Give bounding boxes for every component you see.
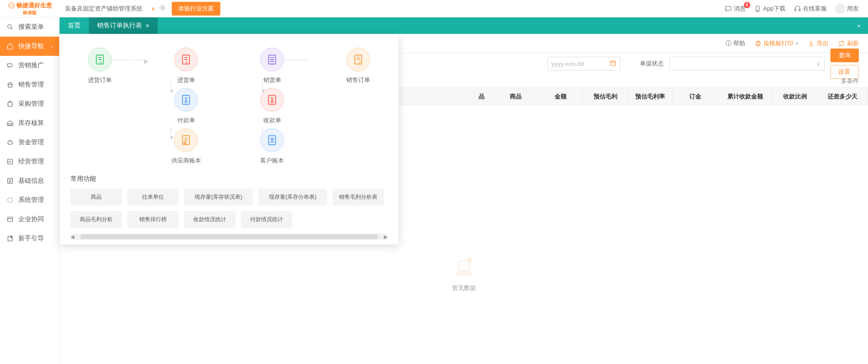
common-functions: 商品 往来单位 现存量(库存状况表) 现存量(库存分布表) 销售毛利分析表 商品…: [71, 189, 388, 228]
sidebar-item-system[interactable]: 系统管理: [0, 190, 59, 210]
brand-edition: 标准版: [23, 10, 37, 16]
chart-icon: [6, 158, 14, 165]
flow-label: 供应商账本: [171, 157, 201, 165]
sidebar-item-label: 库存核算: [18, 119, 44, 127]
tab-sales-order-report[interactable]: 销售订单执行表 ×: [89, 17, 158, 34]
fn-contacts[interactable]: 往来单位: [127, 189, 179, 206]
sidebar-item-quicknav[interactable]: 快捷导航 ›: [0, 37, 59, 56]
th-days-left[interactable]: 还差多少天: [818, 88, 868, 105]
chevron-down-icon: ∨: [816, 60, 821, 67]
fn-product[interactable]: 商品: [71, 189, 122, 206]
search-button[interactable]: 查询: [830, 49, 859, 62]
brand-logo[interactable]: 畅捷通好生意 标准版: [0, 1, 60, 16]
refresh-button[interactable]: 刷新: [838, 39, 859, 48]
th-amount[interactable]: 金额: [538, 88, 583, 105]
svg-point-33: [271, 138, 273, 140]
sidebar-item-label: 经营管理: [18, 158, 44, 166]
sidebar-item-inventory[interactable]: 库存核算: [0, 114, 59, 133]
fn-payment-stats[interactable]: 付款情况统计: [241, 211, 292, 228]
warehouse-icon: [6, 120, 14, 127]
th-total-received[interactable]: 累计收款金额: [718, 88, 773, 105]
customer-ledger-icon: [260, 128, 284, 152]
messages-link[interactable]: 消息 6: [725, 5, 746, 13]
refresh-label: 刷新: [847, 39, 859, 48]
svg-rect-21: [611, 61, 616, 65]
tab-home[interactable]: 首页: [60, 17, 89, 34]
sidebar-item-label: 采购管理: [18, 100, 44, 108]
scrollbar-track[interactable]: [81, 234, 377, 239]
date-to-placeholder: yyyy-mm-dd: [551, 60, 584, 67]
flow-label: 进货订单: [88, 76, 112, 84]
sidebar-item-funds[interactable]: 资金管理: [0, 133, 59, 152]
sidebar-item-label: 营销推广: [18, 61, 44, 70]
flow-node-customer-ledger[interactable]: 客户账本: [243, 128, 301, 165]
more-conditions-toggle[interactable]: 多条件: [841, 77, 859, 85]
app-download-link[interactable]: App下载: [754, 5, 786, 13]
header-right: 消息 6 App下载 在线客服 用友: [725, 4, 868, 14]
sidebar-item-purchase[interactable]: 采购管理: [0, 94, 59, 114]
search-menu[interactable]: 搜索菜单: [0, 17, 59, 37]
svg-point-1: [162, 7, 164, 9]
th-receipt-ratio[interactable]: 收款比例: [773, 88, 818, 105]
th-deposit[interactable]: 订金: [673, 88, 718, 105]
flow-node-purchase-bill[interactable]: 进货单: [157, 48, 215, 84]
sidebar-item-sales[interactable]: 销售管理: [0, 75, 59, 94]
flow-node-supplier-ledger[interactable]: 供应商账本: [157, 128, 215, 165]
purchase-bill-icon: [174, 48, 198, 71]
guide-icon: [6, 235, 14, 242]
export-button[interactable]: 导出: [808, 39, 829, 48]
export-label: 导出: [817, 39, 829, 48]
flow-label: 客户账本: [260, 157, 284, 165]
refresh-icon: [838, 40, 845, 47]
close-all-tabs[interactable]: ×: [850, 17, 868, 34]
help-link[interactable]: ⓘ 帮助: [726, 39, 745, 48]
close-tab-icon[interactable]: ×: [146, 22, 149, 29]
svg-rect-10: [8, 103, 12, 107]
fn-stock-dist[interactable]: 现存量(库存分布表): [258, 189, 327, 206]
print-button[interactable]: 按模板打印 ∨: [754, 39, 798, 48]
no-data-text: 暂无数据: [60, 284, 868, 292]
home-icon: [6, 43, 14, 50]
date-to-input[interactable]: yyyy-mm-dd: [547, 57, 621, 71]
sidebar-item-marketing[interactable]: 营销推广: [0, 56, 59, 75]
svg-rect-2: [726, 6, 731, 10]
brand-name: 畅捷通好生意: [16, 1, 52, 10]
user-menu[interactable]: 用友: [835, 4, 859, 14]
flow-label: 销货单: [263, 76, 281, 84]
fn-stock-status[interactable]: 现存量(库存状况表): [184, 189, 253, 206]
flow-node-payment-bill[interactable]: 付款单: [157, 88, 215, 125]
sidebar-item-collab[interactable]: 企业协同: [0, 210, 59, 229]
svg-rect-5: [795, 9, 796, 11]
flow-node-sales-bill[interactable]: 销货单: [243, 48, 301, 84]
status-select[interactable]: ∨: [669, 57, 825, 71]
scroll-right-icon[interactable]: ▶: [384, 234, 388, 240]
th-product-partial[interactable]: 品: [470, 88, 493, 105]
th-est-profit[interactable]: 预估毛利: [583, 88, 628, 105]
th-est-margin[interactable]: 预估毛利率: [628, 88, 673, 105]
fn-sales-profit[interactable]: 销售毛利分析表: [333, 189, 384, 206]
flow-node-sales-order[interactable]: 销售订单: [329, 48, 388, 84]
sidebar-item-guide[interactable]: 新手引导: [0, 229, 59, 248]
flow-node-purchase-order[interactable]: 进货订单: [71, 48, 129, 84]
flow-node-receipt-bill[interactable]: 收款单: [243, 88, 301, 125]
sidebar-item-operation[interactable]: 经营管理: [0, 152, 59, 171]
flow-arrow: ▼: [170, 80, 171, 92]
fn-product-profit[interactable]: 商品毛利分析: [71, 211, 122, 228]
sidebar-item-basic[interactable]: 基础信息: [0, 171, 59, 190]
scroll-left-icon[interactable]: ◀: [71, 234, 74, 240]
th-product[interactable]: 商品: [493, 88, 538, 105]
svg-rect-12: [8, 141, 12, 144]
fn-sales-rank[interactable]: 销售排行榜: [127, 211, 179, 228]
online-service-link[interactable]: 在线客服: [794, 5, 827, 13]
sidebar-item-label: 新手引导: [18, 234, 44, 243]
experience-button[interactable]: 体验行业方案: [172, 2, 220, 16]
flow-grid: 进货订单 进货单 销货单 销售订单 付款单 收款单 供应商账本: [71, 48, 388, 165]
fn-receipt-stats[interactable]: 收款情况统计: [184, 211, 235, 228]
print-label: 按模板打印: [764, 39, 793, 48]
receipt-bill-icon: [260, 88, 284, 112]
sales-bill-icon: [260, 48, 284, 71]
system-selector[interactable]: 装备及固定资产辅助管理系统 ∨: [60, 4, 172, 13]
export-icon: [808, 40, 815, 47]
gear-icon[interactable]: [159, 4, 166, 13]
horizontal-scrollbar[interactable]: ◀ ▶: [71, 234, 388, 240]
